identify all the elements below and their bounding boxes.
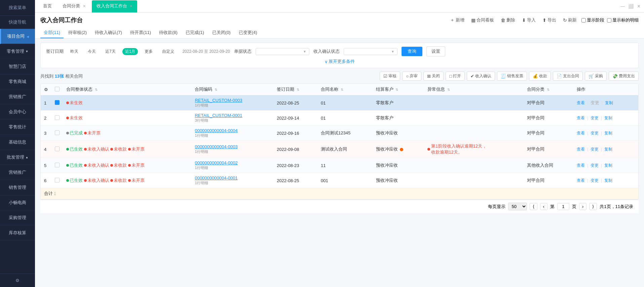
select-all-checkbox[interactable] — [55, 87, 60, 91]
ftab-all[interactable]: 全部(11) — [40, 28, 64, 38]
last-page-button[interactable]: ⟩ — [589, 203, 597, 210]
tab-category-close[interactable]: ✕ — [83, 4, 86, 8]
show-fields-checkbox[interactable] — [581, 18, 586, 23]
sidebar-item-inventory[interactable]: 库存核算 — [0, 226, 35, 241]
expand-conditions-button[interactable]: ∨ 展开更多条件 — [325, 58, 355, 65]
change-button[interactable]: 变更 — [591, 100, 599, 105]
row-checkbox[interactable] — [51, 158, 63, 173]
contract-code-link[interactable]: 0000000000004-0004 — [195, 128, 270, 133]
sidebar-item-smartshop[interactable]: 智慧门店 — [0, 59, 35, 74]
sidebar-item-wholesale[interactable]: 批发管理 — [0, 150, 35, 165]
action-close[interactable]: ⊠ 关闭 — [423, 72, 444, 81]
page-size-select[interactable]: 50 20 100 — [508, 203, 527, 210]
action-invoice[interactable]: 🧾 销售发票 — [497, 72, 527, 81]
setting-button[interactable]: 设置 — [426, 46, 445, 56]
refresh-button[interactable]: ↻ 刷新 — [561, 16, 579, 24]
contract-code-link[interactable]: RETAIL_CUSTOM-0001 — [195, 113, 270, 118]
export-button[interactable]: ⬆ 导出 — [540, 16, 558, 24]
view-button[interactable]: 查看 — [577, 116, 585, 120]
row-checkbox[interactable] — [51, 173, 63, 188]
ftab-pending-confirm[interactable]: 待收入确认(7) — [91, 28, 125, 38]
first-page-button[interactable]: ⟨ — [530, 203, 537, 210]
sidebar-item-member[interactable]: 会员中心 — [0, 105, 35, 120]
delete-button[interactable]: 🗑 删除 — [499, 16, 517, 24]
show-detail-checkbox[interactable] — [607, 18, 611, 23]
action-purchase[interactable]: 🛒 采购 — [585, 72, 607, 81]
ftab-pending-invoice[interactable]: 待开票(11) — [127, 28, 154, 38]
row-checkbox[interactable] — [51, 95, 63, 111]
copy-button[interactable]: 复制 — [604, 131, 612, 135]
view-button[interactable]: 查看 — [577, 163, 585, 168]
sidebar-item-marketing[interactable]: 营销推广 — [0, 89, 35, 105]
action-payment[interactable]: 💰 收款 — [529, 72, 551, 81]
col-settings[interactable]: ⚙ — [41, 84, 51, 95]
date-chip-custom[interactable]: 自定义 — [159, 48, 177, 55]
sidebar-item-retailmall[interactable]: 零售商城 — [0, 74, 35, 89]
view-button[interactable]: 查看 — [577, 100, 585, 105]
sidebar-quicknav[interactable]: 快捷导航 — [0, 16, 35, 29]
row-checkbox[interactable] — [51, 141, 63, 158]
new-button[interactable]: ＋ 新增 — [448, 16, 466, 24]
action-audit[interactable]: ☑ 审核 — [380, 72, 400, 81]
page-input[interactable] — [557, 203, 569, 210]
tab-workbench-close[interactable]: ✕ — [129, 4, 132, 8]
minimize-button[interactable]: — — [620, 4, 625, 9]
col-checkbox[interactable] — [51, 84, 63, 95]
view-button[interactable]: 查看 — [577, 178, 585, 183]
contract-code-link[interactable]: 0000000000004-0001 — [195, 175, 270, 180]
contract-code-link[interactable]: 0000000000004-0003 — [195, 144, 270, 149]
sidebar-item-salesmgr[interactable]: 销售管理 — [0, 180, 35, 195]
contract-code-link[interactable]: 0000000000004-0002 — [195, 160, 270, 165]
copy-button[interactable]: 复制 — [604, 147, 612, 152]
sidebar-item-ecom[interactable]: 小畅电商 — [0, 195, 35, 210]
date-chip-yesterday[interactable]: 昨天 — [68, 48, 81, 55]
sidebar-settings[interactable]: ⚙ — [0, 274, 35, 287]
ftab-pending-payment[interactable]: 待收款(8) — [156, 28, 181, 38]
action-expense-contract[interactable]: 📄 支出合同 — [553, 72, 583, 81]
change-button[interactable]: 变更 — [591, 116, 599, 120]
contract-code-link[interactable]: RETAIL_CUSTOM-0003 — [195, 98, 270, 103]
copy-button[interactable]: 复制 — [605, 100, 613, 105]
sidebar-item-mktpush[interactable]: 营销推广 — [0, 165, 35, 180]
change-button[interactable]: 变更 — [591, 131, 599, 135]
sidebar-item-retailstats[interactable]: 零售统计 — [0, 120, 35, 135]
next-page-button[interactable]: › — [579, 203, 586, 210]
action-abandon[interactable]: ○ 弃审 — [402, 72, 421, 81]
copy-button[interactable]: 复制 — [604, 178, 612, 183]
confirm-status-select[interactable]: ▼ — [344, 48, 397, 55]
show-detail-toggle[interactable]: 显示标的明细 — [607, 17, 639, 23]
view-button[interactable]: 查看 — [577, 147, 585, 152]
date-chip-1month[interactable]: 近1月 — [122, 48, 138, 55]
query-button[interactable]: 查询 — [402, 47, 422, 56]
view-button[interactable]: 查看 — [577, 131, 585, 135]
maximize-button[interactable]: ⬜ — [628, 4, 634, 9]
action-income-confirm[interactable]: ✔ 收入确认 — [467, 72, 495, 81]
tab-category[interactable]: 合同分类 ✕ — [58, 0, 90, 12]
ftab-changed[interactable]: 已变更(4) — [235, 28, 261, 38]
copy-button[interactable]: 复制 — [604, 116, 612, 120]
ftab-closed[interactable]: 已关闭(0) — [209, 28, 234, 38]
sidebar-item-project[interactable]: 项目合同 ◀ — [0, 29, 35, 44]
ftab-pending-review[interactable]: 待审核(2) — [65, 28, 90, 38]
doc-status-select[interactable]: ▼ — [256, 48, 309, 55]
close-button[interactable]: ✕ — [637, 4, 641, 9]
sidebar-item-retail[interactable]: 零售管理 — [0, 44, 35, 59]
copy-button[interactable]: 复制 — [604, 163, 612, 168]
action-expense-out[interactable]: 💸 费用支出 — [609, 72, 639, 81]
sidebar-item-basic[interactable]: 基础信息 — [0, 135, 35, 150]
prev-page-button[interactable]: ‹ — [540, 203, 547, 210]
tab-home[interactable]: 首页 — [38, 0, 56, 12]
change-button[interactable]: 变更 — [591, 163, 599, 168]
action-open[interactable]: □ 打开 — [446, 72, 465, 81]
row-checkbox[interactable] — [51, 126, 63, 141]
date-chip-today[interactable]: 今天 — [85, 48, 99, 55]
show-fields-toggle[interactable]: 显示阶段 — [581, 17, 604, 23]
date-chip-more[interactable]: 更多 — [142, 48, 155, 55]
kanban-button[interactable]: ▦ 合同看板 — [469, 16, 496, 24]
tab-workbench[interactable]: 收入合同工作台 ✕ — [92, 0, 138, 12]
change-button[interactable]: 变更 — [591, 178, 599, 183]
date-chip-7days[interactable]: 近7天 — [103, 48, 118, 55]
import-button[interactable]: ⬇ 导入 — [520, 16, 538, 24]
row-checkbox[interactable] — [51, 111, 63, 126]
sidebar-item-purchase[interactable]: 采购管理 — [0, 210, 35, 226]
